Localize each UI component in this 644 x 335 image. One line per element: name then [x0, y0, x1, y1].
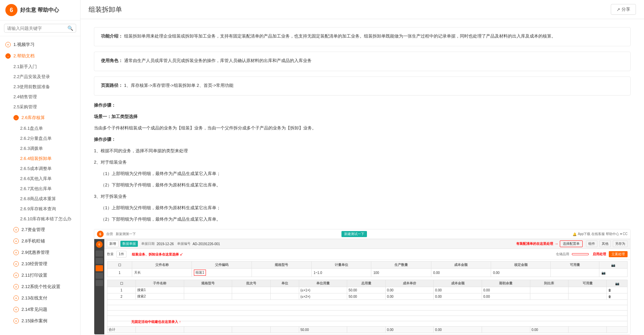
mock-main: 新增 数据单据 单据日期 2019-12-26 单据编号 AD-20191226… — [104, 239, 630, 334]
mock-ur1-unit: 1~1.0 — [311, 269, 371, 277]
sidebar-item-2-4[interactable]: 2.4销售管理 — [13, 92, 80, 102]
share-button[interactable]: ↗ 分享 — [611, 4, 636, 15]
sidebar-item-2-3[interactable]: 2.3使用前数据准备 — [13, 82, 80, 92]
sub-nav-2-6: 2.6.1盘点单 2.6.2分量盘点单 2.6.3调拨单 2.6.4组装拆卸单 … — [13, 123, 80, 224]
sidebar-item-2-6[interactable]: - 2.6库存核算 — [13, 112, 80, 123]
step2: 2、对于组装业务 — [94, 158, 631, 167]
mock-qty-value: 1件 — [116, 251, 126, 258]
mock-lh-1: 子件名称 — [136, 280, 184, 287]
sidebar-label-1: 1.视频学习 — [13, 42, 35, 48]
sidebar-item-2-6-7[interactable]: 2.6.7其他出库单 — [20, 184, 80, 194]
mock-lr3-empty — [107, 300, 628, 305]
mock-warehouse-label: 仓储品用 — [556, 252, 569, 257]
expand-icon-2-12: + — [13, 284, 19, 289]
mock-app-breadcrumb: 自营 — [106, 232, 113, 236]
mock-lf-13 — [607, 327, 628, 333]
mock-uh-6: 成本金额 — [431, 262, 491, 269]
mock-lr1-outqty — [530, 287, 568, 293]
step2-sub1: （1）上部明细为父件明细，最终作为产成品生成某它入库单； — [94, 169, 631, 178]
top-bar: 组装拆卸单 ↗ 分享 — [80, 0, 644, 19]
step3: 3、对于拆装业务 — [94, 192, 631, 201]
mock-btn-new[interactable]: 新建测试一下 — [341, 231, 367, 237]
mock-tab-new[interactable]: 新增 — [107, 240, 118, 247]
sidebar-item-2-9[interactable]: + 2.9优惠券管理 — [13, 247, 80, 258]
mock-lr2-check: 2 — [107, 293, 136, 300]
page-title: 组装拆卸单 — [89, 5, 122, 14]
mock-upper-tbody: 1 天长 组装1 1~1.0 100 0.00 — [107, 269, 628, 277]
mock-app-right: 🔔 App下载 在线客服 帮助中心 ▾ CC — [573, 232, 628, 236]
sidebar-item-2-6-2[interactable]: 2.6.2分量盘点单 — [20, 133, 80, 144]
expand-icon-2-9: + — [13, 250, 19, 255]
sidebar-item-2-5[interactable]: 2.5采购管理 — [13, 102, 80, 112]
sidebar-item-2-6-10[interactable]: 2.6.10库存账本错了怎么办 — [20, 214, 80, 224]
mock-uh-5: 生产数量 — [371, 262, 431, 269]
mock-lr2-unitqty: (≤+2×) — [299, 293, 347, 300]
mock-app-id: 新架测第一下 — [116, 232, 136, 236]
mock-ur1-name: 天长 — [132, 269, 192, 277]
sidebar-item-2-8[interactable]: + 2.8手机旺铺 — [13, 235, 80, 247]
mock-btn-saveas[interactable]: 另存为 — [613, 240, 628, 247]
sidebar-item-2-15[interactable]: + 2.15操作案例 — [13, 315, 80, 327]
logo-icon: 6 — [5, 4, 17, 16]
mock-sidebar-icon2 — [96, 258, 103, 264]
search-icon[interactable]: 🔍 — [67, 25, 73, 31]
sidebar-item-2-6-5[interactable]: 2.6.5成本调整单 — [20, 164, 80, 174]
sidebar-item-2-13[interactable]: + 2.13在线支付 — [13, 292, 80, 304]
mock-lr1-costamt: 0.00 — [434, 287, 482, 293]
sidebar-item-2-6-1[interactable]: 2.6.1盘点单 — [20, 123, 80, 133]
sidebar: 6 好生意 帮助中心 🔍 + 1.视频学习 - 2.帮助文档 2.1新手入门 2… — [0, 0, 80, 335]
sidebar-item-2-2[interactable]: 2.2产品安装及登录 — [13, 72, 80, 82]
mock-lh-2: 规格型号 — [184, 280, 232, 287]
sidebar-item-2-11[interactable]: + 2.11打印设置 — [13, 270, 80, 281]
sidebar-item-2-6-4[interactable]: 2.6.4组装拆卸单 — [20, 154, 80, 164]
sidebar-item-2[interactable]: - 2.帮助文档 — [0, 50, 80, 62]
mock-sidebar-icon-active — [96, 265, 103, 271]
nav-area: + 1.视频学习 - 2.帮助文档 2.1新手入门 2.2产品安装及登录 2.3… — [0, 36, 80, 335]
sidebar-item-2-6-6[interactable]: 2.6.6其他入库单 — [20, 174, 80, 184]
sidebar-item-2-10[interactable]: + 2.10经营管理 — [13, 258, 80, 270]
sidebar-item-2-6-9[interactable]: 2.6.9库存账本查询 — [20, 204, 80, 214]
sidebar-item-2-6-8[interactable]: 2.6.8商品成本重算 — [20, 194, 80, 204]
mock-upper-thead: ☐ 父件名称 父件编码 规格型号 计量单位 生产数量 成本金额 核定金额 可用量 — [107, 262, 628, 269]
sidebar-item-2-7[interactable]: + 2.7资金管理 — [13, 224, 80, 235]
sidebar-label-2-11: 2.11打印设置 — [21, 272, 47, 278]
sidebar-label-2-7: 2.7资金管理 — [21, 227, 45, 233]
mock-upper-row-1: 1 天长 组装1 1~1.0 100 0.00 — [107, 269, 628, 277]
mock-lower-footer-row: 合计 50.00 0.00 0.00 — [107, 327, 628, 333]
mock-bill-label: 单据编号 — [177, 241, 191, 246]
expand-icon-2-11: + — [13, 273, 19, 278]
mock-lh-4: 单位 — [270, 280, 299, 287]
mock-lr2-totalqty: 50.00 — [347, 293, 385, 300]
mock-lr1-check: 1 — [107, 287, 136, 293]
mock-tab-list[interactable]: 数据单据 — [120, 241, 138, 247]
scene1-desc: 当由多个子件材料组装成一个成品的业务为【组装】业务，当由一个父件拆分成多个子产品… — [94, 124, 631, 132]
mock-lr4-empty — [107, 305, 628, 311]
mock-btn-other[interactable]: 其他 — [599, 240, 611, 247]
sidebar-item-2-6-3[interactable]: 2.6.3调拨单 — [20, 144, 80, 154]
sidebar-item-2-1[interactable]: 2.1新手入门 — [13, 62, 80, 72]
mock-lr2-avail — [569, 293, 607, 300]
expand-icon-2-15: + — [13, 318, 19, 324]
sidebar-label-2-9: 2.9优惠券管理 — [21, 249, 49, 256]
steps-title: 操作步骤： — [94, 101, 631, 110]
intro3-text: 页面路径： 1、库存核算->库存管理->组装拆卸单 2、首页->常用功能 — [101, 81, 624, 89]
mock-btn-comp[interactable]: 组件 — [586, 240, 597, 247]
mock-lr2-batch — [232, 293, 270, 300]
intro-block-2: 使用角色： 通常由生产人员或库管人员完成拆装业务的操作，库管人员确认原材料的出库… — [94, 52, 631, 71]
sidebar-item-2-12[interactable]: + 2.12系统个性化设置 — [13, 281, 80, 292]
mock-warehouse-input[interactable] — [572, 253, 589, 255]
sidebar-item-2-14[interactable]: + 2.14常见问题 — [13, 304, 80, 315]
sidebar-label-2-15: 2.15操作案例 — [21, 318, 47, 324]
mock-left-sidebar: 6 — [94, 239, 104, 334]
mock-select-btn[interactable]: 选择配置单 — [560, 240, 583, 247]
mock-lr1-unitqty: (≤+1×) — [299, 287, 347, 293]
mock-annotation3-area: 启用处理 — [593, 252, 606, 257]
mock-ur1-approved: 0.00 — [491, 269, 550, 277]
mock-uh-4: 计量单位 — [311, 262, 371, 269]
search-input[interactable] — [7, 26, 67, 31]
mock-apply-btn[interactable]: 立案处理 — [609, 251, 628, 257]
search-box: 🔍 — [4, 24, 76, 33]
collapse-icon-2: - — [5, 53, 11, 59]
sidebar-item-1[interactable]: + 1.视频学习 — [0, 39, 80, 50]
mock-lr2-name: 搜索2 — [136, 293, 184, 300]
